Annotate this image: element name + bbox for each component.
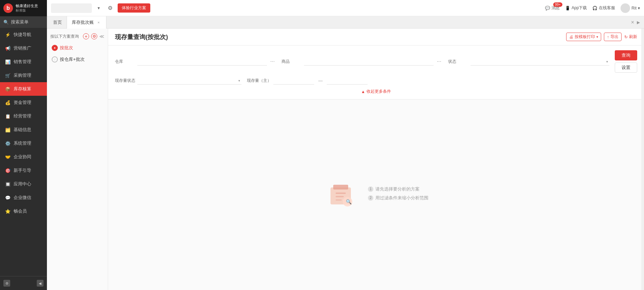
user-action[interactable]: Rit ▾ bbox=[621, 3, 640, 13]
export-icon: ↑ bbox=[607, 35, 609, 39]
sidebar-item-inventory[interactable]: 📦 库存核算 bbox=[0, 82, 47, 96]
tab-inventory-batch[interactable]: 库存批次账 × bbox=[67, 16, 106, 29]
sales-icon: 📊 bbox=[5, 59, 11, 65]
sidebar-item-finance[interactable]: 💰 资金管理 bbox=[0, 96, 47, 109]
sidebar-item-label: 营销推广 bbox=[14, 45, 31, 51]
topbar: ▾ ⚙ 体验行业方案 💬 消息 99+ 📱 App下载 🎧 在线客服 Rit ▾ bbox=[47, 0, 644, 16]
content-area: 按以下方案查询 + ⚙ ≪ ● 按批次 ○ 按仓库+批次 现存量查询(按批次) bbox=[47, 29, 644, 290]
empty-hint-text: 1 请先选择要分析的方案 2 用过滤条件来缩小分析范围 bbox=[368, 186, 428, 204]
sidebar-item-sales[interactable]: 📊 销售管理 bbox=[0, 55, 47, 69]
plan-item-batch[interactable]: ● 按批次 bbox=[47, 42, 108, 54]
sidebar-item-label: 系统管理 bbox=[14, 140, 31, 146]
page-actions: 🖨 按模板打印 ▾ ↑ 导出 ↻ 刷新 bbox=[566, 33, 637, 45]
member-icon: ⭐ bbox=[5, 208, 11, 214]
svg-rect-1 bbox=[333, 185, 348, 189]
filter-inventory-status: 现存量状态 ▾ bbox=[115, 77, 241, 85]
sidebar-item-label: 销售管理 bbox=[14, 59, 31, 65]
app-name: 畅康通好生意 bbox=[16, 3, 38, 8]
refresh-button[interactable]: ↻ 刷新 bbox=[624, 34, 637, 40]
filter-row-2: 现存量状态 ▾ 现存量（主） — bbox=[115, 77, 637, 85]
add-plan-icon[interactable]: + bbox=[83, 33, 89, 39]
svg-text:🔍: 🔍 bbox=[346, 199, 352, 205]
settings-bottom-icon[interactable]: ⚙ bbox=[3, 280, 10, 287]
warehouse-label: 仓库 bbox=[115, 59, 135, 65]
print-dropdown-icon: ▾ bbox=[596, 35, 598, 39]
left-panel-title: 按以下方案查询 bbox=[50, 34, 79, 39]
user-dropdown-icon: ▾ bbox=[638, 6, 640, 11]
sidebar-item-marketing[interactable]: 📢 营销推广 bbox=[0, 41, 47, 55]
topbar-gear-icon[interactable]: ⚙ bbox=[105, 3, 115, 13]
tab-arrow-right[interactable]: ▶ bbox=[637, 20, 640, 25]
trial-button[interactable]: 体验行业方案 bbox=[118, 3, 150, 13]
app-version: 标准版 bbox=[16, 8, 38, 13]
dash-separator: — bbox=[316, 78, 325, 83]
customer-service-label: 在线客服 bbox=[599, 5, 615, 11]
purchase-icon: 🛒 bbox=[5, 72, 11, 78]
sidebar-item-label: 新手引导 bbox=[14, 167, 31, 174]
empty-illustration: 🔍 bbox=[324, 177, 358, 212]
inventory-status-select-wrapper: ▾ bbox=[137, 77, 241, 85]
query-button[interactable]: 查询 bbox=[615, 50, 637, 60]
sidebar-item-label: 采购管理 bbox=[14, 72, 31, 78]
hint-text-2: 用过滤条件来缩小分析范围 bbox=[375, 195, 428, 201]
topbar-search-input[interactable] bbox=[51, 3, 92, 13]
chevron-up-icon: ▲ bbox=[361, 89, 365, 94]
sidebar-item-newbie[interactable]: 🎯 新手引导 bbox=[0, 164, 47, 177]
sidebar-collapse-btn[interactable]: ◀ bbox=[37, 280, 44, 287]
tab-inventory-batch-label: 库存批次账 bbox=[72, 19, 94, 25]
sidebar-search[interactable]: 🔍 搜索菜单 bbox=[0, 16, 47, 28]
warehouse-more-icon[interactable]: ··· bbox=[269, 58, 276, 65]
plan-batch-icon: ● bbox=[52, 45, 58, 51]
sidebar-item-label: 库存核算 bbox=[14, 86, 31, 92]
topbar-dropdown-arrow[interactable]: ▾ bbox=[95, 4, 103, 12]
template-print-button[interactable]: 🖨 按模板打印 ▾ bbox=[566, 33, 601, 41]
sidebar: b 畅康通好生意 标准版 🔍 搜索菜单 ⚡ 快捷导航 📢 营销推广 📊 销售管理… bbox=[0, 0, 47, 290]
sidebar-item-wechat[interactable]: 💬 企业微信 bbox=[0, 191, 47, 204]
tab-home[interactable]: 首页 bbox=[48, 16, 67, 29]
plan-warehouse-batch-label: 按仓库+批次 bbox=[60, 56, 85, 62]
message-action[interactable]: 💬 消息 99+ bbox=[545, 5, 560, 11]
plan-item-warehouse-batch[interactable]: ○ 按仓库+批次 bbox=[47, 54, 108, 65]
svg-rect-2 bbox=[336, 193, 346, 194]
filter-status: 状态 ▾ bbox=[448, 58, 609, 66]
sidebar-item-basic[interactable]: 🗂️ 基础信息 bbox=[0, 123, 47, 137]
collapse-more-label: 收起更多条件 bbox=[367, 89, 391, 94]
collapse-panel-icon[interactable]: ≪ bbox=[99, 34, 104, 39]
sidebar-item-operations[interactable]: 📋 经营管理 bbox=[0, 109, 47, 123]
app-download-action[interactable]: 📱 App下载 bbox=[565, 5, 587, 11]
status-select[interactable] bbox=[471, 58, 609, 66]
plan-batch-label: 按批次 bbox=[60, 45, 73, 51]
refresh-label: 刷新 bbox=[629, 34, 637, 40]
sidebar-item-enterprise[interactable]: 🤝 企业协同 bbox=[0, 150, 47, 164]
warehouse-input[interactable] bbox=[137, 58, 267, 66]
hint-num-1: 1 bbox=[368, 186, 373, 192]
sidebar-item-app-center[interactable]: 🔲 应用中心 bbox=[0, 177, 47, 191]
app-center-icon: 🔲 bbox=[5, 181, 11, 187]
settings-button[interactable]: 设置 bbox=[615, 62, 637, 73]
product-input[interactable] bbox=[304, 58, 434, 66]
sidebar-item-purchase[interactable]: 🛒 采购管理 bbox=[0, 69, 47, 82]
sidebar-item-quick-nav[interactable]: ⚡ 快捷导航 bbox=[0, 28, 47, 41]
print-icon: 🖨 bbox=[569, 35, 573, 39]
export-button[interactable]: ↑ 导出 bbox=[604, 33, 622, 41]
tab-close-button[interactable]: × bbox=[96, 20, 101, 25]
product-more-icon[interactable]: ··· bbox=[436, 58, 443, 65]
inventory-qty-to-input[interactable] bbox=[327, 77, 368, 85]
sidebar-item-label: 快捷导航 bbox=[14, 32, 31, 38]
sidebar-bottom: ⚙ ◀ bbox=[0, 276, 47, 290]
sidebar-item-label: 企业微信 bbox=[14, 195, 31, 201]
inventory-qty-from-input[interactable] bbox=[273, 77, 314, 85]
message-icon: 💬 bbox=[545, 6, 550, 11]
collapse-more-btn[interactable]: ▲ 收起更多条件 bbox=[361, 89, 391, 94]
inventory-status-select[interactable] bbox=[137, 77, 241, 85]
basic-icon: 🗂️ bbox=[5, 127, 11, 133]
left-panel-actions: + ⚙ ≪ bbox=[83, 33, 104, 39]
filter-product: 商品 ··· bbox=[282, 58, 443, 66]
sidebar-item-system[interactable]: ⚙️ 系统管理 bbox=[0, 137, 47, 150]
sidebar-item-member[interactable]: ⭐ 畅会员 bbox=[0, 204, 47, 218]
customer-service-action[interactable]: 🎧 在线客服 bbox=[592, 5, 615, 11]
sidebar-item-label: 应用中心 bbox=[14, 181, 31, 187]
settings-plan-icon[interactable]: ⚙ bbox=[91, 33, 97, 39]
tab-home-label: 首页 bbox=[53, 19, 62, 25]
tab-close-all-button[interactable]: × bbox=[631, 19, 634, 25]
